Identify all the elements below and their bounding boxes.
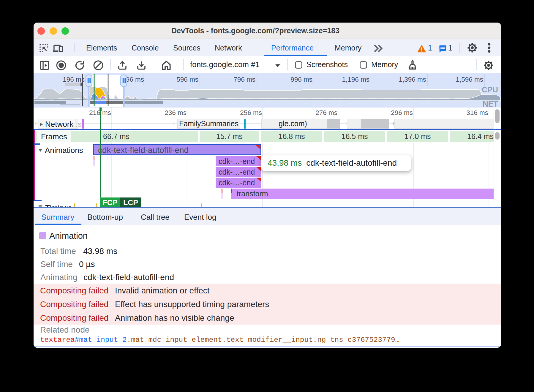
svg-text:CPU: CPU (482, 85, 498, 94)
svg-text:596 ms: 596 ms (176, 76, 198, 83)
svg-text:1,596 ms: 1,596 ms (456, 76, 483, 83)
svg-text:1,396 ms: 1,396 ms (399, 76, 426, 83)
svg-text:NET: NET (483, 99, 498, 108)
svg-text:796 ms: 796 ms (233, 76, 255, 83)
svg-text:196 ms: 196 ms (63, 76, 85, 83)
svg-text:1,196 ms: 1,196 ms (342, 76, 369, 83)
svg-text:996 ms: 996 ms (290, 76, 312, 83)
